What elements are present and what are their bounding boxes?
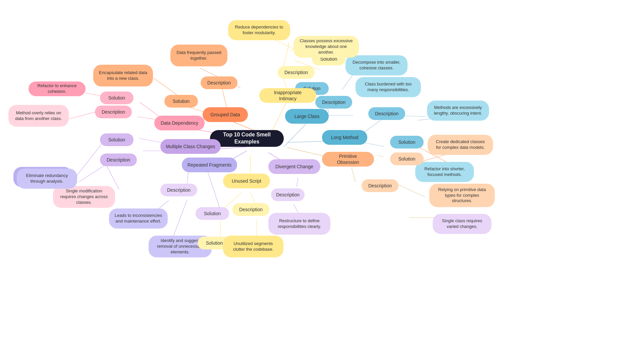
large-class-label: Large Class xyxy=(294,113,320,119)
grouped-data-desc-text: Data frequently passed together. xyxy=(170,45,227,66)
us-desc-text: Unutilized segments clutter the codebase… xyxy=(223,236,283,257)
ii-sol-text: Reduce dependencies to foster modularity… xyxy=(233,24,285,36)
lc-desc-text: Class burdened with too many responsibil… xyxy=(361,81,416,93)
lc-sol-text: Decompose into smaller, cohesive classes… xyxy=(351,60,402,71)
us-desc-label: Description xyxy=(239,206,263,213)
rf-desc-node: Description xyxy=(160,184,197,196)
mcc-desc-text: Single modification requires changes acr… xyxy=(53,186,115,208)
svg-line-50 xyxy=(297,178,298,187)
rf-sol-node: Solution xyxy=(196,207,229,220)
dd-sol-text: Refactor to enhance cohesion. xyxy=(34,83,80,95)
svg-line-0 xyxy=(284,123,307,147)
prim-obs-desc-text: Single class requires varied changes. xyxy=(433,214,491,234)
dc-sol-node: Description xyxy=(271,188,305,201)
rf-sol-label: Solution xyxy=(204,210,221,217)
gd-sol-text: Encapsulate related data into a new clas… xyxy=(99,70,148,81)
dd-desc-label: Description xyxy=(102,109,125,115)
data-dep-sol-text: Refactor to enhance cohesion. xyxy=(29,81,86,96)
rf-desc-text: Leads to inconsistencies and maintenance… xyxy=(109,208,168,229)
unused-script-node: Unused Script xyxy=(223,174,270,188)
lm-sol-text: Refactor into shorter, focused methods. xyxy=(421,166,469,178)
svg-line-15 xyxy=(362,142,384,146)
multiple-class-changes-node: Multiple Class Changes xyxy=(160,139,221,154)
svg-line-39 xyxy=(106,165,119,189)
po-sol-text: Relying on primitive data types for comp… xyxy=(435,187,489,204)
us-desc-node: Description xyxy=(232,203,269,216)
long-method-desc-node: Description xyxy=(368,107,405,120)
inapp-desc-node: Description xyxy=(278,66,315,79)
dd-desc-text: Method overly relies on data from anothe… xyxy=(14,110,63,122)
gd-sol-label: Solution xyxy=(173,98,190,104)
divergent-change-node: Divergent Change xyxy=(268,159,320,174)
svg-line-42 xyxy=(207,169,221,211)
long-method-node: Long Method xyxy=(322,130,367,145)
svg-line-18 xyxy=(377,155,383,157)
long-method-sol-node: Solution xyxy=(390,136,424,148)
inapp-intimacy-node: Inappropriate Intimacy xyxy=(259,88,316,103)
po-desc-label: Description xyxy=(368,183,392,189)
rf-label: Repeated Fragments xyxy=(187,162,232,168)
dc-label: Divergent Change xyxy=(275,164,313,170)
po-label: Primitive Obsession xyxy=(327,153,369,165)
mcc-desc-node: Description xyxy=(100,154,137,166)
us-sol-label: Solution xyxy=(206,240,223,246)
prim-obs-sol-node: Solution xyxy=(390,153,424,165)
mcc-desc-label: Description xyxy=(107,157,130,163)
mcc-sol-node: Solution xyxy=(100,133,133,146)
data-dependency-node: Data Dependency xyxy=(154,116,205,130)
mcc-sol-label: Solution xyxy=(108,137,125,143)
grouped-data-sol-text: Encapsulate related data into a new clas… xyxy=(93,65,153,86)
svg-line-27 xyxy=(283,42,289,70)
elim-label: Eliminate redundancy through analysis. xyxy=(22,173,72,184)
lc-desc-label: Description xyxy=(322,99,345,105)
inapp-desc-text: Classes possess excessive knowledge abou… xyxy=(293,36,359,58)
grouped-data-desc-node: Description xyxy=(201,76,237,89)
large-class-node: Large Class xyxy=(285,109,329,124)
svg-line-19 xyxy=(352,168,356,182)
gd-desc-text: Data frequently passed together. xyxy=(176,50,222,61)
prim-obs-desc-node: Description xyxy=(362,179,398,192)
long-method-label: Long Method xyxy=(331,134,359,140)
ii-desc-label: Description xyxy=(284,69,308,75)
po-sol-label: Solution xyxy=(398,156,416,162)
large-class-desc-text: Class burdened with too many responsibil… xyxy=(356,77,421,97)
prim-obs-sol-text2: Create dedicated classes for complex dat… xyxy=(428,135,493,155)
inapp-sol-text: Reduce dependencies to foster modularity… xyxy=(228,20,290,40)
svg-line-52 xyxy=(79,165,106,182)
data-dep-sol-node: Solution xyxy=(100,92,133,104)
gd-desc-label: Description xyxy=(207,80,231,86)
data-dep-desc-text: Method overly relies on data from anothe… xyxy=(8,105,69,127)
po-desc-text: Single class requires varied changes. xyxy=(438,218,486,230)
long-method-sol-text: Refactor into shorter, focused methods. xyxy=(415,162,474,182)
lm-sol-label: Solution xyxy=(398,139,416,145)
grouped-data-sol-node: Solution xyxy=(164,95,198,108)
svg-line-43 xyxy=(172,200,187,240)
dc-sol-label: Description xyxy=(276,192,300,198)
svg-line-34 xyxy=(140,102,159,117)
ii-desc-text: Classes possess excessive knowledge abou… xyxy=(299,38,354,55)
large-class-sol-text: Decompose into smaller, cohesive classes… xyxy=(345,55,408,75)
svg-line-14 xyxy=(362,120,381,133)
long-method-desc-text: Methods are excessively lengthy, obscuri… xyxy=(427,101,489,121)
dd-sol-label: Solution xyxy=(108,95,125,101)
mcc-label: Multiple Class Changes xyxy=(166,143,215,149)
dd-label: Data Dependency xyxy=(161,120,198,126)
gd-label: Grouped Data xyxy=(211,112,240,118)
po-sol-text2: Create dedicated classes for complex dat… xyxy=(433,139,488,150)
ii-label: Inappropriate Intimacy xyxy=(265,89,311,102)
dc-sol-text: Restructure to define responsibilities c… xyxy=(268,213,330,235)
prim-obsession-node: Primitive Obsession xyxy=(322,152,374,167)
lm-desc-label: Description xyxy=(375,111,398,117)
eliminate-redundancy-node: Eliminate redundancy through analysis. xyxy=(17,169,77,189)
us-label: Unused Script xyxy=(232,178,261,184)
rf-desc-label: Description xyxy=(167,187,191,193)
grouped-data-node: Grouped Data xyxy=(203,107,248,122)
lm-desc-text: Methods are excessively lengthy, obscuri… xyxy=(432,105,484,116)
large-class-desc-node: Description xyxy=(315,96,352,109)
dc-sol-text: Restructure to define responsibilities c… xyxy=(274,218,325,230)
center-label: Top 10 Code Smell Examples xyxy=(219,131,274,145)
prim-obs-sol-text: Relying on primitive data types for comp… xyxy=(429,184,495,207)
us-desc-text: Unutilized segments clutter the codebase… xyxy=(228,241,278,252)
rf-desc-text: Leads to inconsistencies and maintenance… xyxy=(114,213,162,224)
mcc-desc-text: Single modification requires changes acr… xyxy=(58,188,110,205)
